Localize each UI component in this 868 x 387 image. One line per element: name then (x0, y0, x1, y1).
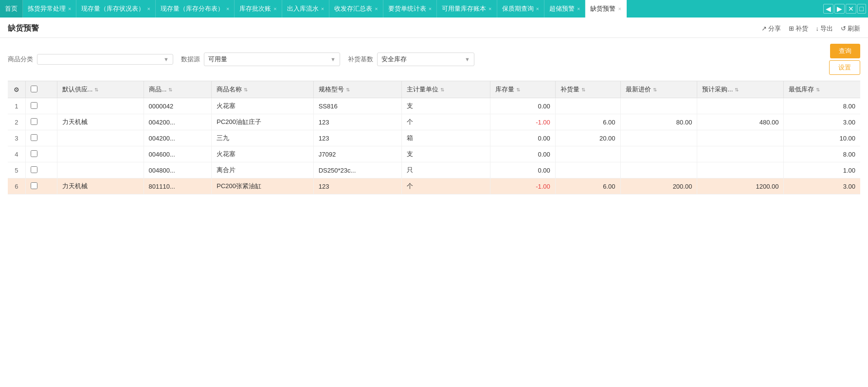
tab-overstock[interactable]: 超储预警 × (544, 0, 585, 18)
row-est-purchase-2: 480.00 (697, 114, 784, 130)
replenish-button[interactable]: ⊞ 补货 (789, 24, 808, 33)
tab-stock-dist-close[interactable]: × (226, 6, 229, 12)
row-min-stock-2: 3.00 (784, 114, 860, 130)
tab-available-label: 可用量库存账本 (442, 4, 486, 13)
row-replenish-4 (555, 146, 620, 162)
row-replenish-1 (555, 98, 620, 114)
tab-picking[interactable]: 拣货异常处理 × (23, 0, 76, 18)
col-min-stock-label: 最低库存 (789, 85, 814, 94)
tab-stock-status-close[interactable]: × (147, 6, 150, 12)
col-stock-sort-icon: ⇅ (516, 87, 520, 92)
tab-overstock-close[interactable]: × (577, 6, 580, 12)
row-supplier-2: 力天机械 (57, 114, 144, 130)
tab-available[interactable]: 可用量库存账本 × (437, 0, 497, 18)
col-code-label: 商品... (149, 85, 167, 94)
refresh-label: 刷新 (848, 24, 860, 33)
export-button[interactable]: ↓ 导出 (816, 24, 833, 33)
row-checkbox-4[interactable] (31, 150, 37, 157)
tab-inout-close[interactable]: × (321, 6, 324, 12)
row-checkbox-6[interactable] (31, 182, 37, 189)
export-label: 导出 (820, 24, 833, 33)
row-latest-price-6: 200.00 (620, 178, 697, 194)
row-num-2: 2 (8, 114, 25, 130)
col-name-sort-icon: ⇅ (244, 87, 248, 92)
tab-batch-close[interactable]: × (273, 6, 276, 12)
tab-summary-close[interactable]: × (375, 6, 378, 12)
row-cb-1[interactable] (25, 98, 57, 114)
share-button[interactable]: ↗ 分享 (761, 24, 781, 33)
top-nav: 首页 拣货异常处理 × 现存量（库存状况表） × 现存量（库存分布表） × 库存… (0, 0, 868, 18)
tab-home[interactable]: 首页 (0, 0, 23, 18)
row-stock-6: -1.00 (490, 178, 556, 194)
col-spec[interactable]: 规格型号 ⇅ (313, 81, 401, 98)
col-stock[interactable]: 库存量 ⇅ (490, 81, 556, 98)
col-replenish[interactable]: 补货量 ⇅ (555, 81, 620, 98)
tab-demand[interactable]: 要货单统计表 × (383, 0, 437, 18)
row-est-purchase-5 (697, 162, 784, 178)
tab-picking-close[interactable]: × (68, 6, 71, 12)
row-min-stock-6: 3.00 (784, 178, 860, 194)
category-chevron-icon: ▼ (163, 56, 169, 62)
header-actions: ↗ 分享 ⊞ 补货 ↓ 导出 ↺ 刷新 (761, 24, 861, 33)
row-cb-2[interactable] (25, 114, 57, 130)
row-cb-3[interactable] (25, 130, 57, 146)
col-gear[interactable]: ⚙ (8, 81, 25, 98)
row-checkbox-1[interactable] (31, 102, 37, 109)
table-wrapper: ⚙ 默认供应... ⇅ 商品... ⇅ (0, 81, 868, 194)
col-name-label: 商品名称 (217, 85, 242, 94)
row-checkbox-2[interactable] (31, 118, 37, 125)
nav-expand-button[interactable]: □ (857, 4, 866, 14)
select-all-checkbox[interactable] (31, 86, 37, 92)
row-cb-5[interactable] (25, 162, 57, 178)
table-header-row: ⚙ 默认供应... ⇅ 商品... ⇅ (8, 81, 860, 98)
tab-stock-status[interactable]: 现存量（库存状况表） × (76, 0, 155, 18)
export-icon: ↓ (816, 25, 819, 32)
nav-prev-button[interactable]: ◀ (823, 4, 833, 14)
row-cb-4[interactable] (25, 146, 57, 162)
tab-batch[interactable]: 库存批次账 × (235, 0, 282, 18)
col-latest-price[interactable]: 最新进价 ⇅ (620, 81, 697, 98)
col-unit-label: 主计量单位 (407, 85, 438, 94)
tab-shortage[interactable]: 缺货预警 × (585, 0, 626, 18)
row-checkbox-3[interactable] (31, 134, 37, 141)
row-cb-6[interactable] (25, 178, 57, 194)
col-supplier[interactable]: 默认供应... ⇅ (57, 81, 144, 98)
category-select[interactable]: ▼ (37, 54, 173, 65)
row-checkbox-5[interactable] (31, 166, 37, 173)
row-num-4: 4 (8, 146, 25, 162)
col-unit[interactable]: 主计量单位 ⇅ (402, 81, 490, 98)
col-name[interactable]: 商品名称 ⇅ (212, 81, 313, 98)
row-num-1: 1 (8, 98, 25, 114)
col-supplier-label: 默认供应... (62, 85, 93, 94)
row-num-5: 5 (8, 162, 25, 178)
refresh-button[interactable]: ↺ 刷新 (841, 24, 860, 33)
col-code[interactable]: 商品... ⇅ (144, 81, 212, 98)
table-row: 5 004800... 离合片 DS250*23c... 只 0.00 1.00 (8, 162, 860, 178)
tab-demand-close[interactable]: × (429, 6, 432, 12)
page-content: 缺货预警 ↗ 分享 ⊞ 补货 ↓ 导出 ↺ 刷新 商品分类 (0, 18, 868, 387)
page-title: 缺货预警 (8, 23, 39, 34)
tab-inout[interactable]: 出入库流水 × (282, 0, 329, 18)
nav-next-button[interactable]: ▶ (834, 4, 845, 14)
tab-expiry-close[interactable]: × (536, 6, 539, 12)
row-supplier-5 (57, 162, 144, 178)
settings-button[interactable]: 设置 (829, 60, 860, 75)
nav-close-button[interactable]: ✕ (846, 4, 856, 14)
replenish-select[interactable]: 安全库存 ▼ (377, 53, 474, 66)
tab-expiry[interactable]: 保质期查询 × (497, 0, 544, 18)
tab-summary[interactable]: 收发存汇总表 × (329, 0, 383, 18)
query-button[interactable]: 查询 (830, 44, 860, 58)
row-spec-6: 123 (313, 178, 401, 194)
col-est-purchase[interactable]: 预计采购... ⇅ (697, 81, 784, 98)
tab-shortage-close[interactable]: × (618, 6, 621, 12)
tab-available-close[interactable]: × (488, 6, 491, 12)
datasource-select[interactable]: 可用量 ▼ (204, 53, 340, 66)
row-stock-4: 0.00 (490, 146, 556, 162)
tab-stock-dist[interactable]: 现存量（库存分布表） × (156, 0, 235, 18)
col-min-stock[interactable]: 最低库存 ⇅ (784, 81, 860, 98)
table-row: 6 力天机械 801110... PC200张紧油缸 123 个 -1.00 6… (8, 178, 860, 194)
row-latest-price-1 (620, 98, 697, 114)
col-supplier-sort-icon: ⇅ (94, 87, 98, 92)
refresh-icon: ↺ (841, 25, 846, 32)
col-spec-sort-icon: ⇅ (346, 87, 350, 92)
